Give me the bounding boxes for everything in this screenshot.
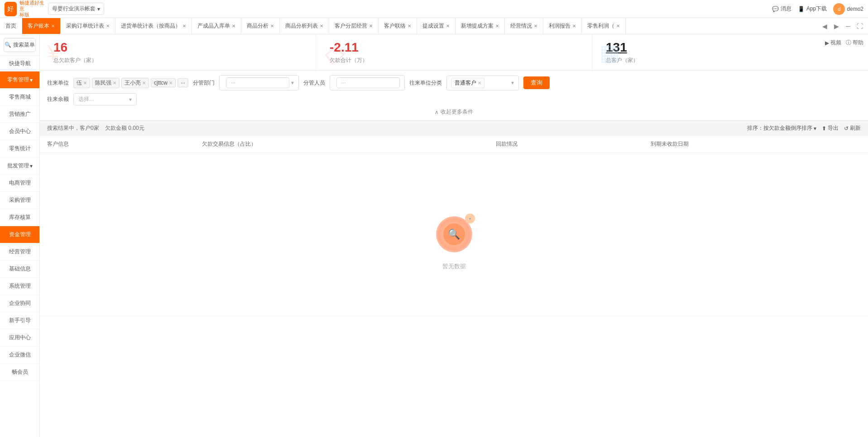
sidebar-item-ops-mgmt[interactable]: 经营管理 [0,243,39,261]
message-button[interactable]: 💬 消息 [772,5,791,13]
search-menu-button[interactable]: 🔍 搜索菜单 [4,38,36,52]
sidebar-item-ecommerce-mgmt[interactable]: 电商管理 [0,175,39,192]
sidebar-item-newbie-guide[interactable]: 新手引导 [0,312,39,329]
top-bar-left: 好 畅捷通好生意 标版 母婴行业演示帐套 ▾ [5,0,104,18]
stat-value-debtors: 16 [53,40,302,55]
close-tab-customer-contact[interactable]: ✕ [408,24,411,28]
close-tab-product-inbound[interactable]: ✕ [232,24,235,28]
sidebar-item-enterprise-wechat[interactable]: 企业微信 [0,347,39,364]
remove-category-normal[interactable]: ✕ [478,81,481,86]
close-tab-customer-tier[interactable]: ✕ [369,24,373,28]
sidebar-item-purchase-mgmt[interactable]: 采购管理 [0,192,39,209]
sidebar-item-retail-mall[interactable]: 零售商城 [0,89,39,106]
close-tab-product-analysis-list[interactable]: ✕ [320,24,323,28]
stat-label-debt: 欠款合计（万） [330,57,578,64]
close-tab-product-analysis[interactable]: ✕ [270,24,274,28]
close-tab-customer-account[interactable]: ✕ [51,24,55,28]
video-button[interactable]: ▶ 视频 [825,39,841,47]
remove-unit-wu[interactable]: ✕ [83,81,87,86]
tab-customer-contact[interactable]: 客户联络 ✕ [379,18,417,34]
empty-icon: 🔍 ✦ [436,216,472,252]
tab-purchase-order-stats[interactable]: 采购订单统计表 ✕ [61,18,115,34]
close-tab-operations[interactable]: ✕ [534,24,537,28]
refresh-button[interactable]: ↺ 刷新 [844,124,861,132]
sidebar-item-retail-mgmt[interactable]: 零售管理 ▾ [0,71,39,89]
refresh-icon: ↺ [844,125,849,132]
dept-filter-label: 分管部门 [193,79,215,87]
tab-next-button[interactable]: ▶ [831,21,842,32]
table-wrap: 客户信息 欠款交易信息（占比） 回款情况 到期未收款日期 🔍 [40,136,868,437]
sidebar-item-retail-stats[interactable]: 零售统计 [0,140,39,157]
video-icon: ▶ [825,40,829,46]
sidebar-item-marketing[interactable]: 营销推广 [0,106,39,123]
close-tab-purchase-order-stats[interactable]: ✕ [106,24,110,28]
sidebar-item-basic-info[interactable]: 基础信息 [0,261,39,278]
sort-label: 排序：按欠款金额倒序排序 [747,124,812,132]
user-profile[interactable]: d demo2 [833,3,863,15]
chevron-up-icon: ∧ [435,109,439,115]
close-tab-inbound-stats[interactable]: ✕ [182,24,186,28]
logo-area: 好 畅捷通好生意 标版 [5,0,44,18]
main-layout: 🔍 搜索菜单 快捷导航 零售管理 ▾ 零售商城 营销推广 会员中心 零售统计 批… [0,34,868,437]
tab-customer-tier[interactable]: 客户分层经营 ✕ [329,18,379,34]
unit-category-select[interactable]: 普通客户 ✕ ▾ [446,76,519,90]
tab-customer-account[interactable]: 客户账本 ✕ [22,18,61,34]
remove-unit-cjttcw[interactable]: ✕ [169,81,173,86]
balance-arrow-icon: ▾ [129,96,132,103]
tab-retail-profit[interactable]: 零售利润（ ✕ [582,18,626,34]
help-button[interactable]: ⓘ 帮助 [846,39,863,47]
filter-row-collapse: ∧ 收起更多条件 [47,108,861,116]
tab-controls: ◀ ▶ ─ ⛶ [816,21,868,32]
stat-value-customers: 131 [606,40,854,55]
unit-tag-cjttcw: cjttcw ✕ [151,78,176,87]
tab-product-analysis[interactable]: 商品分析 ✕ [241,18,280,34]
help-icon: ⓘ [846,39,851,47]
close-tab-profit-report[interactable]: ✕ [572,24,576,28]
data-table: 客户信息 欠款交易信息（占比） 回款情况 到期未收款日期 🔍 [40,136,868,316]
quick-nav-button[interactable]: 快捷导航 [0,56,39,71]
close-tab-promotion-settings[interactable]: ✕ [446,24,450,28]
results-bar: 搜索结果中，客户0家 欠款金额 0.00元 排序：按欠款金额倒序排序 ▾ ⬆ 导… [40,121,868,136]
stat-total-debtors: ¥ 16 总欠款客户（家） [40,34,316,70]
top-bar: 好 畅捷通好生意 标版 母婴行业演示帐套 ▾ 💬 消息 📱 App下载 d de… [0,0,868,18]
tab-maximize-button[interactable]: ⛶ [854,21,865,32]
tab-profit-report[interactable]: 利润报告 ✕ [543,18,582,34]
tab-promotion-settings[interactable]: 提成设置 ✕ [417,18,456,34]
tab-home[interactable]: 首页 [0,18,22,34]
tab-inbound-stats[interactable]: 进货单统计表（按商品） ✕ [115,18,192,34]
sidebar-item-member-center[interactable]: 会员中心 [0,123,39,140]
balance-filter-select[interactable]: 选择... ▾ [73,93,137,105]
tab-product-inbound[interactable]: 产成品入库单 ✕ [192,18,241,34]
sidebar-item-wholesale-mgmt[interactable]: 批发管理 ▾ [0,157,39,175]
tab-product-analysis-list[interactable]: 商品分析列表 ✕ [280,18,329,34]
sidebar-item-system-mgmt[interactable]: 系统管理 [0,278,39,295]
app-download-button[interactable]: 📱 App下载 [798,5,827,13]
stat-label-debtors: 总欠款客户（家） [53,57,302,64]
sidebar-item-vip-member[interactable]: 畅会员 [0,364,39,381]
close-tab-retail-profit[interactable]: ✕ [616,24,620,28]
remove-unit-chen[interactable]: ✕ [113,81,116,86]
export-button[interactable]: ⬆ 导出 [822,124,839,132]
sidebar-item-inventory-check[interactable]: 库存核算 [0,209,39,226]
tab-prev-button[interactable]: ◀ [819,21,830,32]
stat-total-debt: ◇ -2.11 欠款合计（万） [316,34,592,70]
tab-operations[interactable]: 经营情况 ✕ [505,18,543,34]
sidebar-item-app-center[interactable]: 应用中心 [0,329,39,347]
results-actions: 排序：按欠款金额倒序排序 ▾ ⬆ 导出 ↺ 刷新 [747,124,861,132]
query-button[interactable]: 查询 [523,76,550,89]
org-selector[interactable]: 母婴行业演示帐套 ▾ [48,3,104,15]
nav-tabs: 首页 客户账本 ✕ 采购订单统计表 ✕ 进货单统计表（按商品） ✕ 产成品入库单… [0,18,868,34]
tab-minimize-button[interactable]: ─ [843,21,854,32]
close-tab-new-achievement[interactable]: ✕ [495,24,499,28]
unit-tag-more[interactable]: ··· [177,78,188,87]
remove-unit-wang[interactable]: ✕ [142,81,146,86]
tab-new-achievement[interactable]: 新增提成方案 ✕ [456,18,505,34]
sidebar-item-capital-mgmt[interactable]: 资金管理 [0,226,39,243]
sort-select[interactable]: 排序：按欠款金额倒序排序 ▾ [747,124,816,132]
collapse-button[interactable]: ∧ 收起更多条件 [435,108,473,116]
sidebar-item-enterprise-collab[interactable]: 企业协同 [0,295,39,312]
person-filter-select[interactable]: ··· [330,75,405,90]
dept-filter-select[interactable]: ··· ▾ [219,75,299,90]
sidebar-search: 🔍 搜索菜单 [0,34,39,56]
stat-actions: ▶ 视频 ⓘ 帮助 [825,39,863,47]
